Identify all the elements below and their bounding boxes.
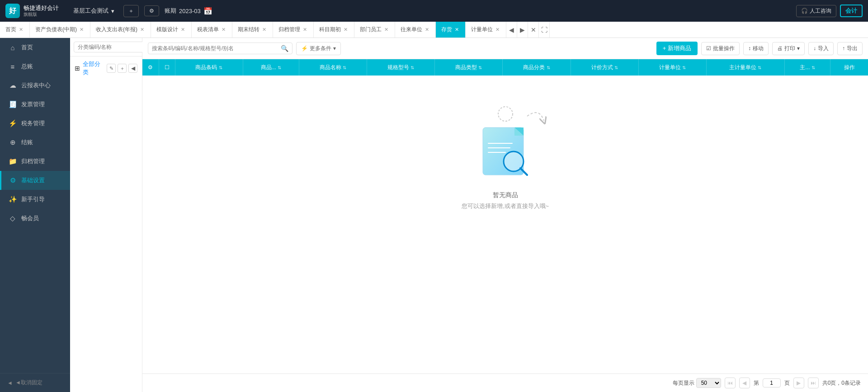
tab-close-icon[interactable]: ✕ [454, 27, 460, 33]
tab-存货[interactable]: 存货 ✕ [436, 22, 466, 38]
tab-label: 资产负债表(中期) [35, 26, 77, 33]
category-search-input[interactable] [74, 42, 150, 52]
col-name[interactable]: 商品名称 ⇅ [299, 59, 367, 76]
sort-icon: ⇅ [343, 65, 346, 70]
sidebar-item-tax[interactable]: ⚡ 税务管理 [0, 114, 70, 133]
tab-归档管理[interactable]: 归档管理 ✕ [273, 22, 314, 38]
filter-more-button[interactable]: ⚡ 更多条件 ▾ [296, 42, 341, 55]
col-barcode-label: 商品条码 [195, 64, 217, 71]
export-button[interactable]: ↑ 导出 [837, 42, 863, 55]
add-tab-button[interactable]: ＋ [123, 5, 139, 17]
tab-label: 往来单位 [401, 26, 422, 33]
company-selector[interactable]: 基层工会测试 ▾ [70, 5, 118, 17]
panel-collapse-button[interactable]: ◀ [128, 64, 137, 73]
tab-close-icon[interactable]: ✕ [139, 27, 145, 33]
period-info: 账期 2023-03 📅 [165, 7, 212, 15]
col-action-label: 操作 [844, 64, 855, 71]
tab-税表清单[interactable]: 税表清单 ✕ [192, 22, 232, 38]
sidebar-item-ledger[interactable]: ≡ 总账 [0, 57, 70, 76]
next-page-button[interactable]: ▶ [793, 378, 804, 388]
product-search-input[interactable] [152, 45, 279, 52]
sidebar-item-close[interactable]: ⊕ 结账 [0, 133, 70, 152]
logo-area: 好 畅捷通好会计 旗舰版 [5, 4, 64, 18]
col-code[interactable]: 商品... ⇅ [243, 59, 299, 76]
tab-close-icon[interactable]: ✕ [383, 27, 389, 33]
sidebar-item-label: 总账 [21, 62, 33, 71]
current-page-input[interactable] [763, 378, 781, 387]
col-extra[interactable]: 主... ⇅ [784, 59, 830, 76]
col-spec[interactable]: 规格型号 ⇅ [367, 59, 434, 76]
toolbar: 🔍 ⚡ 更多条件 ▾ + 新增商品 ☑ 批量操作 [142, 38, 868, 59]
col-type[interactable]: 商品类型 ⇅ [435, 59, 503, 76]
tab-close-icon[interactable]: ✕ [18, 27, 24, 33]
category-all-header[interactable]: ⊞ 全部分类 ✎ ＋ ◀ [70, 57, 142, 80]
tab-首页[interactable]: 首页 ✕ [0, 22, 30, 38]
tab-资产负债表[interactable]: 资产负债表(中期) ✕ [30, 22, 90, 38]
import-button[interactable]: ↓ 导入 [808, 42, 834, 55]
col-category[interactable]: 商品分类 ⇅ [503, 59, 571, 76]
col-settings[interactable]: ⚙ [142, 59, 159, 76]
sidebar-item-archive[interactable]: 📁 归档管理 [0, 152, 70, 171]
tab-bar: 首页 ✕ 资产负债表(中期) ✕ 收入支出表(年报) ✕ 模版设计 ✕ 税表清单… [0, 22, 868, 38]
tab-close-icon[interactable]: ✕ [343, 27, 349, 33]
col-pricing[interactable]: 计价方式 ⇅ [571, 59, 638, 76]
col-pricing-label: 计价方式 [591, 64, 613, 71]
app-title: 畅捷通好会计 旗舰版 [24, 5, 59, 17]
move-button[interactable]: ↕ 移动 [743, 42, 769, 55]
tab-close-icon[interactable]: ✕ [261, 27, 267, 33]
sidebar-item-reports[interactable]: ☁ 云报表中心 [0, 76, 70, 95]
last-page-button[interactable]: ⏭ [808, 378, 819, 388]
tab-prev-button[interactable]: ◀ [506, 22, 517, 38]
sidebar-item-guide[interactable]: ✨ 新手引导 [0, 190, 70, 209]
tab-close-icon[interactable]: ✕ [302, 27, 308, 33]
per-page-select[interactable]: 50 100 200 [696, 378, 721, 388]
first-page-button[interactable]: ⏮ [725, 378, 736, 388]
product-search-icon[interactable]: 🔍 [281, 45, 288, 52]
sort-icon: ⇅ [278, 65, 281, 70]
tab-模版设计[interactable]: 模版设计 ✕ [151, 22, 192, 38]
tab-往来单位[interactable]: 往来单位 ✕ [395, 22, 436, 38]
col-barcode[interactable]: 商品条码 ⇅ [175, 59, 243, 76]
sidebar-item-label: 畅会员 [21, 214, 39, 222]
consultant-button[interactable]: 🎧 人工咨询 [796, 5, 836, 17]
archive-icon: 📁 [9, 157, 17, 165]
tab-close-icon[interactable]: ✕ [495, 27, 500, 33]
tab-close-icon[interactable]: ✕ [221, 27, 226, 33]
col-main-unit-label: 主计量单位 [729, 64, 756, 71]
prev-page-button[interactable]: ◀ [739, 378, 750, 388]
tab-部门员工[interactable]: 部门员工 ✕ [354, 22, 395, 38]
tab-close-icon[interactable]: ✕ [180, 27, 186, 33]
sidebar-item-label: 发票管理 [21, 100, 45, 109]
tab-close-all-button[interactable]: ✕ [528, 22, 539, 38]
print-button[interactable]: 🖨 打印 ▾ [772, 42, 805, 55]
tab-计量单位[interactable]: 计量单位 ✕ [466, 22, 506, 38]
batch-icon: ☑ [706, 45, 711, 52]
col-code-label: 商品... [261, 64, 276, 71]
sidebar-item-member[interactable]: ◇ 畅会员 [0, 209, 70, 228]
batch-operation-button[interactable]: ☑ 批量操作 [701, 42, 740, 55]
tab-收入支出表[interactable]: 收入支出表(年报) ✕ [90, 22, 151, 38]
tab-expand-button[interactable]: ⛶ [539, 22, 550, 38]
invoice-icon: 🧾 [9, 100, 17, 109]
tab-next-button[interactable]: ▶ [517, 22, 528, 38]
tab-期末结转[interactable]: 期末结转 ✕ [232, 22, 273, 38]
settings-button[interactable]: ⚙ [144, 5, 159, 16]
col-unit[interactable]: 计量单位 ⇅ [638, 59, 706, 76]
tab-close-icon[interactable]: ✕ [424, 27, 430, 33]
tab-close-icon[interactable]: ✕ [79, 27, 85, 33]
add-product-button[interactable]: + 新增商品 [656, 42, 698, 55]
svg-point-8 [498, 107, 513, 121]
category-edit-button[interactable]: ✎ [107, 64, 116, 73]
close-period-icon: ⊕ [9, 138, 17, 146]
sidebar-item-settings[interactable]: ⚙ 基础设置 [0, 171, 70, 190]
col-main-unit[interactable]: 主计量单位 ⇅ [706, 59, 784, 76]
calendar-icon[interactable]: 📅 [203, 7, 212, 15]
category-add-button[interactable]: ＋ [118, 64, 127, 73]
empty-state: 暂无商品 您可以选择新增,或者直接导入哦~ [142, 76, 868, 237]
sidebar-pin-toggle[interactable]: ◄ ◄取消固定 [0, 373, 70, 392]
tab-科目期初[interactable]: 科目期初 ✕ [314, 22, 354, 38]
col-checkbox[interactable]: ☐ [159, 59, 175, 76]
sidebar-item-home[interactable]: ⌂ 首页 [0, 38, 70, 57]
account-type-button[interactable]: 会计 [840, 5, 863, 17]
sidebar-item-invoice[interactable]: 🧾 发票管理 [0, 95, 70, 114]
